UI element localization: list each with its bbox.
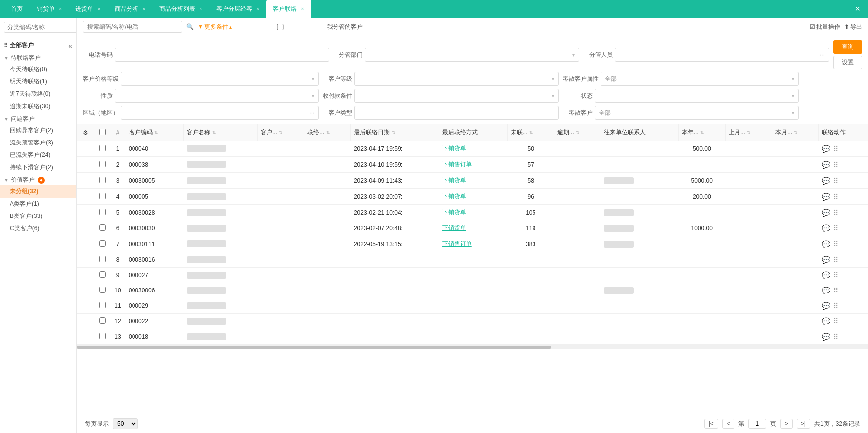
sidebar-item-abnormal[interactable]: 回购异常客户(2) <box>0 124 76 137</box>
row-checkbox[interactable] <box>99 193 106 199</box>
sidebar-collapse-btn[interactable]: « <box>68 42 72 50</box>
row-checkbox-cell[interactable] <box>95 252 110 268</box>
more-actions-icon[interactable]: ⠿ <box>833 161 838 169</box>
search-icon[interactable]: 🔍 <box>186 23 194 30</box>
chat-icon[interactable]: 💬 <box>822 145 830 153</box>
row-last-contact-method-cell[interactable] <box>439 252 507 268</box>
close-product-analysis-list-tab[interactable]: × <box>199 0 202 18</box>
row-last-contact-method-cell[interactable] <box>439 283 507 298</box>
row-last-contact-method-cell[interactable]: 下销货单 <box>439 173 507 189</box>
row-checkbox-cell[interactable] <box>95 283 110 298</box>
row-checkbox[interactable] <box>99 271 106 278</box>
chat-icon[interactable]: 💬 <box>822 317 830 325</box>
name-column-header[interactable]: 客户名称 ⇅ <box>184 124 258 141</box>
row-last-contact-method-cell[interactable] <box>439 314 507 329</box>
tab-home[interactable]: 首页 <box>4 0 30 18</box>
contact-method-link[interactable]: 下销货单 <box>442 145 466 152</box>
more-conditions-btn[interactable]: ▼ 更多条件 ▴ <box>198 23 232 31</box>
row-last-contact-method-cell[interactable]: 下销货单 <box>439 189 507 205</box>
next-page-button[interactable]: > <box>780 419 793 429</box>
payment-input[interactable]: ▾ <box>354 89 558 103</box>
chat-icon[interactable]: 💬 <box>822 161 830 169</box>
prev-page-button[interactable]: < <box>722 419 734 429</box>
sidebar-item-today-pending[interactable]: 今天待联络(0) <box>0 63 76 75</box>
tab-product-analysis-list[interactable]: 商品分析列表 × <box>152 0 209 18</box>
chat-icon[interactable]: 💬 <box>822 193 830 201</box>
page-number-input[interactable] <box>748 419 766 429</box>
more-actions-icon[interactable]: ⠿ <box>833 287 838 294</box>
last-contact-date-column-header[interactable]: 最后联络日期 ⇅ <box>351 124 439 141</box>
tab-purchase[interactable]: 进货单 × <box>68 0 107 18</box>
sidebar-item-ungroup[interactable]: 未分组(32) <box>0 185 76 198</box>
page-size-select[interactable]: 10 20 50 100 <box>113 418 138 429</box>
more-actions-icon[interactable]: ⠿ <box>833 193 838 201</box>
last-month-column-header[interactable]: 上月... ⇅ <box>725 124 772 141</box>
contact-method-link[interactable]: 下销售订单 <box>442 240 472 247</box>
more-actions-icon[interactable]: ⠿ <box>833 224 838 232</box>
last-contact-method-column-header[interactable]: 最后联络方式 <box>439 124 507 141</box>
more-actions-icon[interactable]: ⠿ <box>833 240 838 248</box>
more-actions-icon[interactable]: ⠿ <box>833 256 838 264</box>
row-checkbox-cell[interactable] <box>95 298 110 314</box>
row-last-contact-method-cell[interactable]: 下销货单 <box>439 205 507 220</box>
category-column-header[interactable]: 客户... ⇅ <box>257 124 304 141</box>
close-sales-tab[interactable]: × <box>59 0 62 18</box>
horizontal-scrollbar[interactable] <box>77 345 868 349</box>
gear-column-header[interactable]: ⚙ <box>77 124 95 141</box>
nature-input[interactable]: ▾ <box>115 89 319 103</box>
more-actions-icon[interactable]: ⠿ <box>833 317 838 325</box>
chat-icon[interactable]: 💬 <box>822 287 830 294</box>
sidebar-item-7day-pending[interactable]: 近7天待联络(0) <box>0 88 76 100</box>
no-contact-column-header[interactable]: 未联... ⇅ <box>507 124 554 141</box>
more-actions-icon[interactable]: ⠿ <box>833 177 838 185</box>
partner-contact-column-header[interactable]: 往来单位联系人 <box>601 124 679 141</box>
contact-column-header[interactable]: 联络... ⇅ <box>304 124 351 141</box>
sidebar-item-churn-warning[interactable]: 流失预警客户(3) <box>0 137 76 149</box>
row-checkbox[interactable] <box>99 145 106 151</box>
row-checkbox[interactable] <box>99 161 106 167</box>
row-checkbox-cell[interactable] <box>95 236 110 252</box>
reset-button[interactable]: 设置 <box>833 56 862 69</box>
sidebar-item-overdue-pending[interactable]: 逾期未联络(30) <box>0 100 76 113</box>
more-actions-icon[interactable]: ⠿ <box>833 333 838 341</box>
sidebar-item-declining[interactable]: 持续下滑客户(2) <box>0 161 76 174</box>
row-checkbox-cell[interactable] <box>95 314 110 329</box>
pending-group-label[interactable]: ▼ 待联络客户 <box>0 52 76 63</box>
my-customers-checkbox[interactable] <box>236 24 325 30</box>
row-checkbox-cell[interactable] <box>95 268 110 283</box>
row-checkbox[interactable] <box>99 317 106 324</box>
sidebar-item-class-a[interactable]: A类客户(1) <box>0 198 76 210</box>
chat-icon[interactable]: 💬 <box>822 256 830 264</box>
row-checkbox-cell[interactable] <box>95 173 110 189</box>
value-group-label[interactable]: ▼ 价值客户 ● <box>0 174 76 185</box>
more-actions-icon[interactable]: ⠿ <box>833 209 838 216</box>
manager-input[interactable]: ··· <box>615 48 829 62</box>
sidebar-item-lost[interactable]: 已流失客户(24) <box>0 149 76 161</box>
chat-icon[interactable]: 💬 <box>822 209 830 216</box>
row-checkbox[interactable] <box>99 224 106 231</box>
last-page-button[interactable]: >| <box>797 419 810 429</box>
retail-attr-input[interactable]: 全部 ▾ <box>601 72 799 86</box>
window-close-button[interactable]: × <box>851 4 864 14</box>
row-checkbox[interactable] <box>99 287 106 293</box>
row-checkbox[interactable] <box>99 177 106 183</box>
first-page-button[interactable]: |< <box>704 419 718 429</box>
export-btn[interactable]: ⬆ 导出 <box>844 23 862 31</box>
tab-customer-contact[interactable]: 客户联络 × <box>266 0 311 18</box>
batch-ops-btn[interactable]: ☑ 批量操作 <box>810 23 840 31</box>
this-year-column-header[interactable]: 本年... ⇅ <box>678 124 725 141</box>
close-customer-contact-tab[interactable]: × <box>301 0 304 18</box>
more-actions-icon[interactable]: ⠿ <box>833 145 838 153</box>
tab-customer-segment[interactable]: 客户分层经客 × <box>209 0 266 18</box>
this-month-column-header[interactable]: 本月... ⇅ <box>772 124 819 141</box>
row-checkbox-cell[interactable] <box>95 329 110 345</box>
chat-icon[interactable]: 💬 <box>822 240 830 248</box>
phone-input[interactable] <box>115 48 329 62</box>
sidebar-search-input[interactable] <box>4 22 77 33</box>
sidebar-item-class-c[interactable]: C类客户(6) <box>0 222 76 235</box>
row-last-contact-method-cell[interactable] <box>439 298 507 314</box>
code-column-header[interactable]: 客户编码 ⇅ <box>126 124 184 141</box>
my-customers-checkbox-label[interactable]: 我分管的客户 <box>236 23 363 31</box>
more-actions-icon[interactable]: ⠿ <box>833 302 838 310</box>
chat-icon[interactable]: 💬 <box>822 224 830 232</box>
